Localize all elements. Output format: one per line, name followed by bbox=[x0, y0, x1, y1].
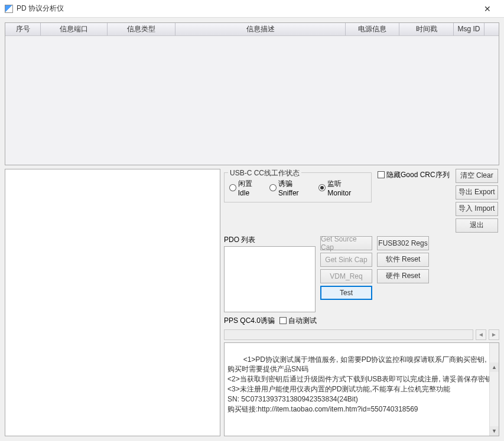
scroll-down-icon[interactable]: ▼ bbox=[490, 426, 499, 436]
usbcc-groupbox: USB-C CC线工作状态 闲置 Idle 诱骗 Sniffer 监听 M bbox=[224, 172, 372, 202]
auto-test-label: 自动测试 bbox=[288, 316, 317, 326]
usbcc-title: USB-C CC线工作状态 bbox=[228, 168, 301, 178]
titlebar: PD 协议分析仪 ✕ bbox=[0, 0, 504, 18]
col-type[interactable]: 信息类型 bbox=[108, 23, 175, 35]
hide-crc-checkbox[interactable]: 隐藏Good CRC序列 bbox=[378, 170, 450, 180]
radio-sniffer-label: 诱骗 Sniffer bbox=[278, 179, 314, 197]
col-power[interactable]: 电源信息 bbox=[346, 23, 399, 35]
scroll-up-icon[interactable]: ▲ bbox=[490, 362, 499, 372]
sw-reset-button[interactable]: 软件 Reset bbox=[377, 253, 429, 267]
test-button[interactable]: Test bbox=[320, 286, 372, 300]
pps-slider[interactable] bbox=[224, 329, 473, 340]
hw-reset-button[interactable]: 硬件 Reset bbox=[377, 269, 429, 283]
pps-label: PPS QC4.0诱骗 bbox=[224, 316, 275, 326]
message-table: 序号 信息端口 信息类型 信息描述 电源信息 时间戳 Msg ID bbox=[5, 22, 499, 165]
col-desc[interactable]: 信息描述 bbox=[175, 23, 346, 35]
get-source-cap-button[interactable]: Get Source Cap bbox=[320, 236, 372, 250]
slider-left-icon[interactable]: ◄ bbox=[476, 329, 486, 340]
pps-slider-row: ◄ ► bbox=[224, 329, 499, 340]
radio-idle[interactable]: 闲置 Idle bbox=[229, 179, 265, 197]
col-msgid[interactable]: Msg ID bbox=[454, 23, 485, 35]
radio-icon bbox=[229, 184, 236, 191]
col-port[interactable]: 信息端口 bbox=[41, 23, 108, 35]
exit-button[interactable]: 退出 bbox=[456, 218, 498, 233]
hide-crc-label: 隐藏Good CRC序列 bbox=[386, 170, 450, 180]
scrollbar-vertical[interactable]: ▲ ▼ bbox=[489, 343, 499, 436]
vdm-req-button[interactable]: VDM_Req bbox=[320, 269, 372, 283]
fusb302-regs-button[interactable]: FUSB302 Regs bbox=[377, 236, 429, 250]
app-icon bbox=[5, 5, 13, 13]
export-button[interactable]: 导出 Export bbox=[456, 185, 498, 200]
window-title: PD 协议分析仪 bbox=[17, 4, 476, 14]
info-text-content: <1>PD协议测试属于增值服务, 如需要PD协议监控和嗅探请联系厂商购买密钥, … bbox=[227, 355, 492, 413]
radio-sniffer[interactable]: 诱骗 Sniffer bbox=[269, 179, 314, 197]
import-button[interactable]: 导入 Import bbox=[456, 202, 498, 216]
clear-button[interactable]: 清空 Clear bbox=[456, 169, 498, 183]
radio-idle-label: 闲置 Idle bbox=[238, 179, 265, 197]
table-body[interactable] bbox=[5, 36, 499, 165]
info-textarea[interactable]: <1>PD协议测试属于增值服务, 如需要PD协议监控和嗅探请联系厂商购买密钥, … bbox=[224, 342, 499, 436]
table-header: 序号 信息端口 信息类型 信息描述 电源信息 时间戳 Msg ID bbox=[5, 23, 499, 36]
radio-icon bbox=[318, 184, 326, 191]
radio-monitor[interactable]: 监听 Monitor bbox=[318, 179, 366, 197]
col-timestamp[interactable]: 时间戳 bbox=[399, 23, 454, 35]
pdo-label: PDO 列表 bbox=[224, 235, 316, 245]
radio-icon bbox=[269, 184, 277, 191]
col-seq[interactable]: 序号 bbox=[5, 23, 41, 35]
auto-test-checkbox[interactable]: 自动测试 bbox=[279, 316, 317, 326]
radio-monitor-label: 监听 Monitor bbox=[327, 179, 366, 197]
close-button[interactable]: ✕ bbox=[476, 1, 499, 17]
get-sink-cap-button[interactable]: Get Sink Cap bbox=[320, 253, 372, 267]
col-spacer bbox=[485, 23, 499, 35]
checkbox-icon bbox=[378, 171, 385, 178]
checkbox-icon bbox=[279, 317, 287, 324]
slider-right-icon[interactable]: ► bbox=[489, 329, 499, 340]
pdo-listbox[interactable] bbox=[224, 246, 316, 312]
detail-panel[interactable] bbox=[5, 169, 220, 436]
